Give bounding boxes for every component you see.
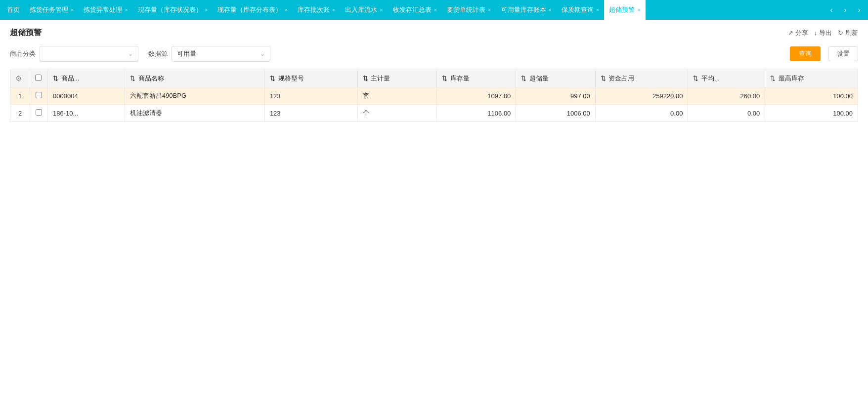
export-icon: ↓	[814, 29, 818, 37]
share-icon: ↗	[788, 29, 793, 37]
row-checkbox[interactable]	[36, 109, 42, 116]
th-unit-sort-icon: ⇅	[363, 75, 368, 82]
data-table: ⚙ ⇅ 商品... ⇅ 商品名称 ⇅ 规格型号 ⇅	[10, 70, 858, 122]
table-row: 1 0000004 六配套新昌490BPG 123 套 1097.00 997.…	[10, 87, 858, 105]
close-icon[interactable]: ×	[332, 7, 335, 13]
page-header: 超储预警 ↗ 分享 ↓ 导出 ↻ 刷新	[10, 28, 858, 38]
close-icon[interactable]: ×	[596, 7, 599, 13]
close-icon[interactable]: ×	[488, 7, 491, 13]
th-capital: ⇅ 资金占用	[595, 70, 688, 87]
header-actions: ↗ 分享 ↓ 导出 ↻ 刷新	[788, 29, 859, 38]
row-avg: 0.00	[688, 105, 765, 122]
nav-item-7[interactable]: 收发存汇总表×	[388, 0, 442, 20]
category-select[interactable]: ⌄	[40, 46, 138, 62]
gear-icon[interactable]: ⚙	[15, 74, 22, 82]
refresh-icon: ↻	[838, 29, 843, 37]
row-avg: 260.00	[688, 87, 765, 105]
chevron-down-icon: ⌄	[260, 50, 265, 57]
row-unit: 个	[357, 105, 436, 122]
th-overflow-sort-icon: ⇅	[521, 75, 526, 82]
top-nav: 首页拣货任务管理×拣货异常处理×现存量（库存状况表）×现存量（库存分布表）×库存…	[0, 0, 868, 20]
nav-extra-arrow[interactable]: ›	[852, 0, 866, 20]
datasource-label: 数据源	[148, 49, 168, 58]
row-checkbox[interactable]	[36, 92, 42, 98]
filter-area: 商品分类 ⌄ 数据源 可用量 ⌄ 查询 设置	[10, 46, 858, 62]
nav-item-6[interactable]: 出入库流水×	[340, 0, 388, 20]
nav-item-8[interactable]: 要货单统计表×	[442, 0, 496, 20]
th-avg: ⇅ 平均...	[688, 70, 765, 87]
nav-item-1[interactable]: 拣货任务管理×	[25, 0, 79, 20]
row-stock: 1106.00	[436, 105, 516, 122]
th-stock-sort-icon: ⇅	[442, 75, 447, 82]
select-all-checkbox[interactable]	[35, 75, 42, 81]
datasource-filter-group: 数据源 可用量 ⌄	[148, 46, 270, 62]
row-name: 机油滤清器	[125, 105, 264, 122]
nav-left-arrow[interactable]: ‹	[825, 0, 838, 20]
row-code: 186-10...	[48, 105, 125, 122]
row-name: 六配套新昌490BPG	[125, 87, 264, 105]
table-header-row: ⚙ ⇅ 商品... ⇅ 商品名称 ⇅ 规格型号 ⇅	[10, 70, 858, 87]
th-checkbox	[30, 70, 48, 87]
nav-item-4[interactable]: 现存量（库存分布表）×	[213, 0, 292, 20]
row-num: 2	[10, 105, 30, 122]
query-button[interactable]: 查询	[790, 46, 821, 61]
th-max-sort-icon: ⇅	[770, 75, 776, 82]
row-spec: 123	[264, 87, 357, 105]
th-code: ⇅ 商品...	[48, 70, 125, 87]
close-icon[interactable]: ×	[380, 7, 383, 13]
close-icon[interactable]: ×	[637, 7, 640, 13]
th-max-stock: ⇅ 最高库存	[765, 70, 858, 87]
th-avg-sort-icon: ⇅	[693, 75, 698, 82]
row-checkbox-cell	[30, 105, 48, 122]
close-icon[interactable]: ×	[549, 7, 552, 13]
nav-arrows: ‹ › ›	[825, 0, 866, 20]
row-spec: 123	[264, 105, 357, 122]
th-spec-sort-icon: ⇅	[270, 75, 275, 82]
row-unit: 套	[357, 87, 436, 105]
category-filter-group: 商品分类 ⌄	[10, 46, 138, 62]
th-capital-sort-icon: ⇅	[601, 75, 606, 82]
share-action[interactable]: ↗ 分享	[788, 29, 808, 38]
row-max-stock: 100.00	[765, 87, 858, 105]
table-row: 2 186-10... 机油滤清器 123 个 1106.00 1006.00 …	[10, 105, 858, 122]
th-unit: ⇅ 主计量	[357, 70, 436, 87]
export-action[interactable]: ↓ 导出	[814, 29, 832, 38]
settings-button[interactable]: 设置	[828, 46, 858, 61]
nav-item-0[interactable]: 首页	[2, 0, 25, 20]
nav-item-11[interactable]: 超储预警×	[604, 0, 645, 20]
row-code: 0000004	[48, 87, 125, 105]
close-icon[interactable]: ×	[125, 7, 128, 13]
close-icon[interactable]: ×	[284, 7, 287, 13]
page-title: 超储预警	[10, 28, 788, 38]
nav-item-10[interactable]: 保质期查询×	[557, 0, 604, 20]
th-name: ⇅ 商品名称	[125, 70, 264, 87]
table-header: ⚙ ⇅ 商品... ⇅ 商品名称 ⇅ 规格型号 ⇅	[10, 70, 858, 87]
th-overflow: ⇅ 超储量	[516, 70, 595, 87]
row-overflow: 997.00	[516, 87, 595, 105]
th-stock: ⇅ 库存量	[436, 70, 516, 87]
refresh-action[interactable]: ↻ 刷新	[838, 29, 858, 38]
nav-item-3[interactable]: 现存量（库存状况表）×	[133, 0, 213, 20]
filter-buttons: 查询 设置	[790, 46, 858, 61]
th-code-sort-icon: ⇅	[53, 75, 58, 82]
row-overflow: 1006.00	[516, 105, 595, 122]
row-num: 1	[10, 87, 30, 105]
nav-item-9[interactable]: 可用量库存账本×	[496, 0, 557, 20]
chevron-down-icon: ⌄	[128, 50, 133, 57]
datasource-value: 可用量	[177, 49, 196, 58]
close-icon[interactable]: ×	[434, 7, 437, 13]
nav-item-5[interactable]: 库存批次账×	[293, 0, 340, 20]
close-icon[interactable]: ×	[71, 7, 74, 13]
nav-item-2[interactable]: 拣货异常处理×	[79, 0, 132, 20]
row-stock: 1097.00	[436, 87, 516, 105]
category-label: 商品分类	[10, 49, 36, 58]
th-gear: ⚙	[10, 70, 30, 87]
th-name-sort-icon: ⇅	[130, 75, 135, 82]
row-checkbox-cell	[30, 87, 48, 105]
row-max-stock: 100.00	[765, 105, 858, 122]
close-icon[interactable]: ×	[205, 7, 208, 13]
th-spec: ⇅ 规格型号	[264, 70, 357, 87]
nav-right-arrow[interactable]: ›	[838, 0, 852, 20]
datasource-select[interactable]: 可用量 ⌄	[172, 46, 270, 62]
row-capital: 0.00	[595, 105, 688, 122]
